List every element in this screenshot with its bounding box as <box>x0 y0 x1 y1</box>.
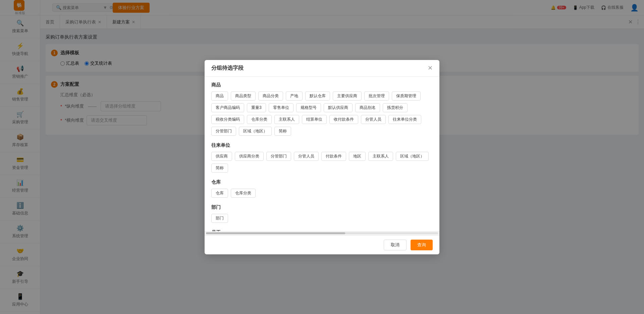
field-selector-modal: 分组待选字段 ✕ 商品商品商品类型商品分类产地默认仓库主要供应商批次管理保质期管… <box>205 60 439 144</box>
field-tag-0-14[interactable]: 拣货积分 <box>383 103 408 112</box>
field-tag-0-23[interactable]: 区域（地区） <box>239 127 272 136</box>
field-tag-0-3[interactable]: 产地 <box>286 91 303 101</box>
field-tag-0-21[interactable]: 往来单位分类 <box>388 115 421 124</box>
field-tag-0-22[interactable]: 分管部门 <box>211 127 236 136</box>
modal-header: 分组待选字段 ✕ <box>205 60 439 77</box>
field-section-title-1: 往来单位 <box>211 142 433 144</box>
field-tag-0-13[interactable]: 商品别名 <box>355 103 380 112</box>
field-tag-0-5[interactable]: 主要供应商 <box>333 91 362 101</box>
field-tag-0-4[interactable]: 默认仓库 <box>305 91 330 101</box>
field-tag-0-9[interactable]: 重量3 <box>247 103 266 112</box>
field-tag-0-6[interactable]: 批次管理 <box>364 91 389 101</box>
field-tag-0-19[interactable]: 收付款条件 <box>329 115 358 124</box>
modal-body[interactable]: 商品商品商品类型商品分类产地默认仓库主要供应商批次管理保质期管理客户商品编码重量… <box>205 77 439 144</box>
field-section-0: 商品商品商品类型商品分类产地默认仓库主要供应商批次管理保质期管理客户商品编码重量… <box>211 82 433 136</box>
field-tag-0-17[interactable]: 主联系人 <box>274 115 299 124</box>
field-tags-0: 商品商品类型商品分类产地默认仓库主要供应商批次管理保质期管理客户商品编码重量3零… <box>211 91 433 136</box>
field-tag-0-7[interactable]: 保质期管理 <box>392 91 421 101</box>
modal-close-button[interactable]: ✕ <box>428 65 433 71</box>
field-tag-0-10[interactable]: 零售单位 <box>269 103 293 112</box>
field-tag-0-0[interactable]: 商品 <box>211 91 228 101</box>
field-tag-0-2[interactable]: 商品分类 <box>258 91 283 101</box>
field-tag-0-18[interactable]: 结算单位 <box>302 115 327 124</box>
field-tag-0-12[interactable]: 默认供应商 <box>324 103 353 112</box>
modal-overlay: 分组待选字段 ✕ 商品商品商品类型商品分类产地默认仓库主要供应商批次管理保质期管… <box>0 0 644 144</box>
field-tag-0-1[interactable]: 商品类型 <box>231 91 256 101</box>
modal-title: 分组待选字段 <box>211 65 244 72</box>
field-section-title-0: 商品 <box>211 82 433 88</box>
field-tag-0-16[interactable]: 仓库分类 <box>247 115 272 124</box>
field-tag-0-24[interactable]: 简称 <box>274 127 291 136</box>
field-tag-0-8[interactable]: 客户商品编码 <box>211 103 244 112</box>
field-tag-0-15[interactable]: 税收分类编码 <box>211 115 244 124</box>
field-tag-0-20[interactable]: 分管人员 <box>361 115 386 124</box>
field-section-1: 往来单位供应商供应商分类分管部门分管人员付款条件地区主联系人区域（地区）简称 <box>211 142 433 144</box>
field-tag-0-11[interactable]: 规格型号 <box>296 103 321 112</box>
